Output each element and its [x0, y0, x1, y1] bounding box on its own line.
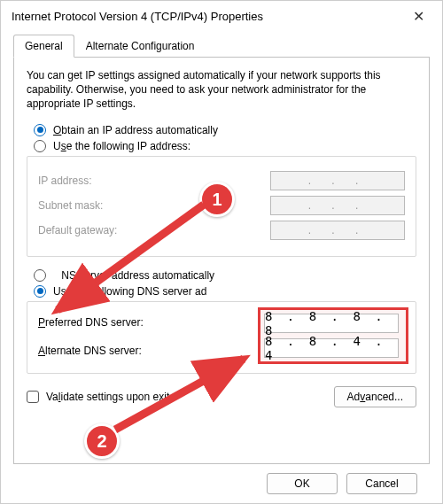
- preferred-dns-label: Preferred DNS server:: [38, 316, 144, 329]
- dns-fields-group: Preferred DNS server: 8 . 8 . 8 . 8 8 . …: [27, 301, 416, 374]
- close-icon[interactable]: ✕: [405, 8, 431, 25]
- radio-ip-auto[interactable]: Obtain an IP address automatically: [34, 124, 416, 136]
- subnet-mask-label: Subnet mask:: [38, 199, 103, 212]
- radio-dns-auto[interactable]: O NS server address automatically: [34, 269, 416, 282]
- advanced-button[interactable]: Advanced...: [334, 386, 416, 407]
- ip-address-label: IP address:: [38, 174, 91, 187]
- radio-icon: [34, 285, 46, 298]
- alternate-dns-label: Alternate DNS server:: [38, 345, 142, 357]
- titlebar: Internet Protocol Version 4 (TCP/IPv4) P…: [1, 1, 442, 30]
- radio-icon: [34, 124, 46, 136]
- field-subnet-mask: Subnet mask: . . .: [38, 196, 405, 215]
- validate-row: Validate settings upon exit Advanced...: [27, 386, 416, 407]
- tab-pane-general: You can get IP settings assigned automat…: [13, 58, 430, 464]
- window-title: Internet Protocol Version 4 (TCP/IPv4) P…: [12, 10, 263, 23]
- tab-general[interactable]: General: [13, 35, 74, 58]
- default-gateway-input[interactable]: . . .: [270, 221, 405, 240]
- radio-icon: [34, 140, 46, 152]
- validate-checkbox-wrap[interactable]: Validate settings upon exit: [27, 391, 169, 403]
- radio-ip-manual-label: Use the following IP address:: [53, 140, 190, 152]
- radio-ip-auto-label: Obtain an IP address automatically: [53, 124, 218, 136]
- radio-ip-manual[interactable]: Use the following IP address:: [34, 140, 416, 152]
- tab-alt-label: Alternate Configuration: [86, 40, 195, 52]
- cancel-button[interactable]: Cancel: [346, 473, 417, 494]
- dialog-footer: OK Cancel: [13, 464, 430, 494]
- tab-strip: General Alternate Configuration: [13, 34, 430, 58]
- field-ip-address: IP address: . . .: [38, 171, 405, 190]
- preferred-dns-input[interactable]: 8 . 8 . 8 . 8: [264, 314, 399, 333]
- dialog-window: Internet Protocol Version 4 (TCP/IPv4) P…: [0, 0, 443, 504]
- default-gateway-label: Default gateway:: [38, 224, 117, 236]
- ip-fields-group: IP address: . . . Subnet mask: . . . Def…: [27, 156, 416, 257]
- validate-label: Validate settings upon exit: [46, 391, 169, 403]
- dialog-body: General Alternate Configuration You can …: [1, 30, 442, 503]
- intro-text: You can get IP settings assigned automat…: [27, 68, 416, 112]
- radio-dns-manual[interactable]: Use the following DNS server ad: [34, 285, 416, 298]
- checkbox-icon: [27, 391, 39, 403]
- tab-general-label: General: [25, 40, 63, 52]
- radio-dns-manual-label: Use the following DNS server ad: [53, 285, 206, 298]
- field-preferred-dns: Preferred DNS server: 8 . 8 . 8 . 8 8 . …: [38, 316, 405, 329]
- ok-button[interactable]: OK: [267, 473, 338, 494]
- radio-icon: [34, 269, 46, 282]
- alternate-dns-input[interactable]: 8 . 8 . 4 . 4: [264, 338, 399, 358]
- tab-alternate-configuration[interactable]: Alternate Configuration: [74, 35, 206, 58]
- dns-highlight-box: 8 . 8 . 8 . 8 8 . 8 . 4 . 4: [258, 307, 408, 364]
- ip-address-input[interactable]: . . .: [270, 171, 405, 190]
- radio-dns-auto-label-tail: NS server address automatically: [61, 269, 214, 282]
- subnet-mask-input[interactable]: . . .: [270, 196, 405, 215]
- field-default-gateway: Default gateway: . . .: [38, 221, 405, 240]
